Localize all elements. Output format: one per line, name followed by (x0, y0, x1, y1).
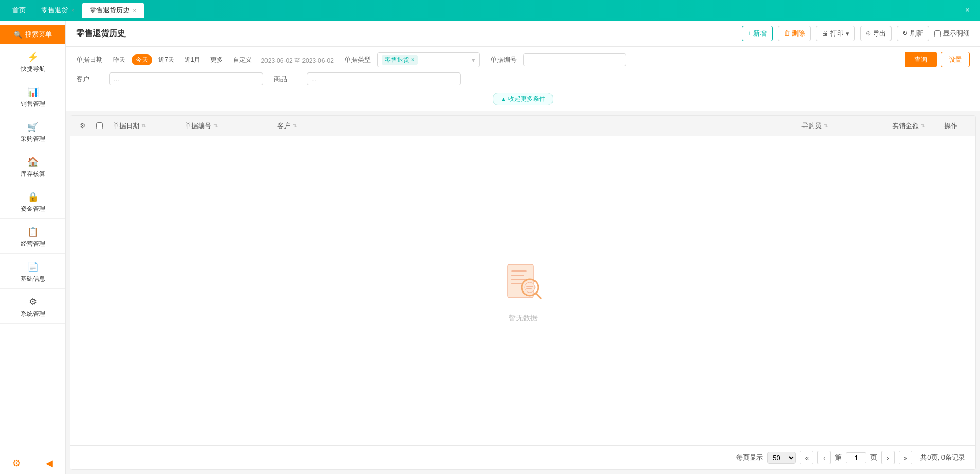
inventory-icon: 🏠 (27, 156, 39, 168)
delete-button-label: 🗑 删除 (783, 29, 806, 38)
date-btn-custom[interactable]: 自定义 (229, 54, 256, 65)
tab2-close-icon[interactable]: × (133, 7, 136, 13)
setting-button[interactable]: 设置 (941, 52, 970, 67)
date-btn-yesterday[interactable]: 昨天 (109, 54, 130, 65)
filter-area: 单据日期 昨天 今天 近7天 近1月 更多 自定义 2023-06-02 至 2… (66, 47, 980, 111)
empty-state: 暂无数据 (70, 136, 975, 445)
svg-rect-1 (511, 270, 527, 272)
query-button[interactable]: 查询 (905, 52, 937, 67)
top-bar: 首页 零售退货 × 零售退货历史 × × (0, 0, 980, 21)
sort-number-icon[interactable]: ⇅ (213, 123, 218, 129)
first-page-button[interactable]: « (800, 451, 813, 464)
collapse-sidebar-icon[interactable]: ◀ (46, 458, 53, 469)
collapse-button[interactable]: ▲ 收起更多条件 (493, 93, 554, 105)
sidebar-item-finance[interactable]: 🔒 资金管理 (0, 184, 65, 219)
svg-rect-4 (511, 283, 522, 284)
total-info: 共0页, 0条记录 (920, 453, 965, 462)
collapse-button-label: 收起更多条件 (508, 95, 545, 103)
tab-retail-return[interactable]: 零售退货 × (34, 3, 81, 18)
quick-nav-icon: ⚡ (27, 51, 39, 63)
customer-filter-label: 客户 (76, 75, 105, 84)
print-button-label: 🖨 打印 (822, 29, 844, 38)
per-page-select[interactable]: 10 20 50 100 (767, 452, 796, 464)
next-page-button[interactable]: › (881, 451, 895, 464)
page-number-input[interactable] (846, 452, 866, 463)
setting-button-label: 设置 (949, 56, 962, 63)
th-action: 操作 (930, 121, 971, 131)
sales-icon: 📊 (27, 86, 39, 98)
voucher-number-input[interactable] (523, 53, 626, 66)
sort-guide-icon[interactable]: ⇅ (824, 123, 828, 129)
tab-retail-return-history[interactable]: 零售退货历史 × (82, 3, 143, 18)
sidebar-item-inventory[interactable]: 🏠 库存核算 (0, 149, 65, 184)
filter-row-2: 客户 ... 商品 ... (76, 72, 970, 85)
table-area: ⚙ 单据日期 ⇅ 单据编号 ⇅ 客户 ⇅ 导购员 ⇅ (70, 115, 976, 470)
sort-customer-icon[interactable]: ⇅ (293, 123, 297, 129)
voucher-type-tag-close[interactable]: × (411, 56, 415, 63)
date-btn-7days[interactable]: 近7天 (154, 54, 179, 65)
customer-placeholder: ... (114, 75, 119, 83)
date-btn-1month[interactable]: 近1月 (181, 54, 205, 65)
goods-filter-label: 商品 (274, 75, 302, 84)
delete-button[interactable]: 🗑 删除 (778, 26, 811, 41)
table-header: ⚙ 单据日期 ⇅ 单据编号 ⇅ 客户 ⇅ 导购员 ⇅ (70, 116, 975, 136)
th-customer: 客户 ⇅ (272, 121, 796, 131)
sidebar: 🔍 搜索菜单 ⚡ 快捷导航 📊 销售管理 🛒 采购管理 🏠 库存核算 🔒 资金管… (0, 21, 66, 474)
tab1-close-icon[interactable]: × (71, 7, 74, 13)
add-button-label: + 新增 (747, 29, 767, 38)
sidebar-search[interactable]: 🔍 搜索菜单 (0, 25, 65, 44)
main-content: 零售退货历史 + 新增 🗑 删除 🖨 打印 ▾ ⊕ 导出 ↻ 刷新 (66, 21, 980, 474)
print-button[interactable]: 🖨 打印 ▾ (816, 26, 855, 41)
sidebar-item-label: 快捷导航 (21, 65, 45, 74)
sidebar-item-sales[interactable]: 📊 销售管理 (0, 79, 65, 114)
th-settings[interactable]: ⚙ (75, 122, 91, 130)
last-page-button[interactable]: » (899, 451, 912, 464)
th-number-label: 单据编号 (185, 121, 211, 131)
th-number: 单据编号 ⇅ (180, 121, 272, 131)
sort-amount-icon[interactable]: ⇅ (921, 123, 925, 129)
finance-icon: 🔒 (27, 191, 39, 203)
export-button[interactable]: ⊕ 导出 (860, 26, 892, 41)
sidebar-item-purchase[interactable]: 🛒 采购管理 (0, 114, 65, 149)
date-btn-more[interactable]: 更多 (206, 54, 227, 65)
goods-select[interactable]: ... (307, 72, 461, 85)
system-icon: ⚙ (27, 296, 39, 307)
settings-bottom-icon[interactable]: ⚙ (12, 458, 21, 469)
search-icon: 🔍 (14, 31, 22, 39)
svg-point-6 (525, 282, 535, 293)
sidebar-item-label: 基础信息 (21, 275, 45, 283)
sidebar-item-label: 经营管理 (21, 240, 45, 248)
date-range-display: 2023-06-02 至 2023-06-02 (261, 57, 333, 65)
svg-line-7 (536, 293, 541, 298)
tab1-label: 零售退货 (41, 6, 68, 15)
date-filter-buttons: 昨天 今天 近7天 近1月 更多 自定义 (109, 54, 256, 65)
date-filter: 单据日期 昨天 今天 近7天 近1月 更多 自定义 (76, 54, 256, 65)
add-button[interactable]: + 新增 (742, 26, 772, 41)
sort-date-icon[interactable]: ⇅ (141, 123, 146, 129)
th-guide-label: 导购员 (801, 121, 822, 131)
sidebar-item-basic-info[interactable]: 📄 基础信息 (0, 254, 65, 289)
sidebar-item-operations[interactable]: 📋 经营管理 (0, 219, 65, 254)
voucher-type-select[interactable]: 零售退货 × ▾ (377, 52, 480, 67)
date-btn-today[interactable]: 今天 (132, 54, 152, 65)
th-checkbox[interactable] (91, 122, 108, 129)
goods-placeholder: ... (311, 75, 317, 83)
th-date-label: 单据日期 (113, 121, 139, 131)
customer-select[interactable]: ... (109, 72, 263, 85)
window-close-button[interactable]: × (960, 6, 975, 15)
export-button-label: ⊕ 导出 (866, 29, 886, 38)
select-all-checkbox[interactable] (96, 122, 103, 129)
per-page-label: 每页显示 (736, 453, 763, 462)
th-amount-label: 实销金额 (892, 121, 919, 131)
show-detail-checkbox[interactable] (934, 30, 941, 37)
sidebar-item-system[interactable]: ⚙ 系统管理 (0, 289, 65, 324)
tab-home[interactable]: 首页 (5, 3, 33, 18)
svg-rect-2 (511, 275, 524, 276)
sidebar-item-quick-nav[interactable]: ⚡ 快捷导航 (0, 44, 65, 79)
empty-state-icon (500, 259, 546, 305)
show-detail-checkbox-label[interactable]: 显示明细 (934, 29, 970, 38)
page-header: 零售退货历史 + 新增 🗑 删除 🖨 打印 ▾ ⊕ 导出 ↻ 刷新 (66, 21, 980, 47)
th-customer-label: 客户 (277, 121, 291, 131)
refresh-button[interactable]: ↻ 刷新 (897, 26, 929, 41)
prev-page-button[interactable]: ‹ (817, 451, 831, 464)
